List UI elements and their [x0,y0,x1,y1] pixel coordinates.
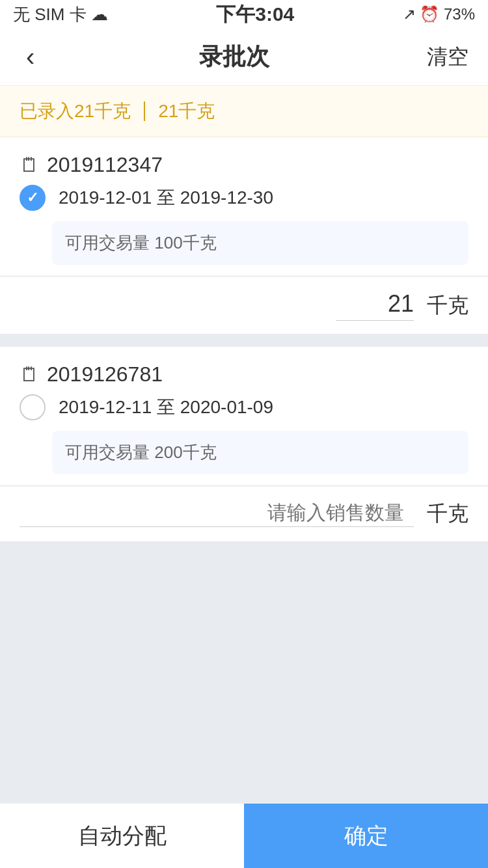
batch-id-1: 2019112347 [47,153,163,177]
batch-icon-1: 🗒 [20,154,39,176]
bottom-bar: 自动分配 确定 [0,803,488,868]
batch-date-row-2[interactable]: 2019-12-11 至 2020-01-09 [0,394,488,431]
confirm-button[interactable]: 确定 [244,804,488,868]
batch-card-1: 🗒 2019112347 2019-12-01 至 2019-12-30 可用交… [0,137,488,275]
auto-distribute-button[interactable]: 自动分配 [0,804,244,868]
quantity-row-1: 21 千克 [0,277,488,334]
batch-icon-2: 🗒 [20,364,39,386]
status-icons: ↗ ⏰ 73% [403,5,475,23]
info-banner: 已录入21千克 21千克 [0,86,488,137]
input-unit-2: 千克 [427,500,468,528]
status-bar: 无 SIM 卡 ☁ 下午3:04 ↗ ⏰ 73% [0,0,488,29]
status-right: ↗ ⏰ 73% [403,5,475,23]
quantity-input-2[interactable] [20,502,414,524]
batch-header-1: 🗒 2019112347 [0,137,488,185]
status-time: 下午3:04 [216,1,294,28]
back-button[interactable]: ‹ [20,36,41,78]
batch-availability-1: 可用交易量 100千克 [52,221,468,265]
radio-button-1[interactable] [20,185,46,211]
batch-date-row-1[interactable]: 2019-12-01 至 2019-12-30 [0,185,488,221]
total-text: 21千克 [158,99,215,124]
batch-header-2: 🗒 2019126781 [0,347,488,394]
page-title: 录批次 [199,41,269,73]
gray-area [0,541,488,803]
batch-card-2: 🗒 2019126781 2019-12-11 至 2020-01-09 可用交… [0,347,488,485]
recorded-text: 已录入21千克 [20,99,131,124]
nav-bar: ‹ 录批次 清空 [0,29,488,86]
batch-availability-2: 可用交易量 200千克 [52,431,468,474]
quantity-value-1: 21 [388,290,414,317]
status-left: 无 SIM 卡 ☁ [13,3,108,26]
section-separator [0,334,488,347]
clear-button[interactable]: 清空 [427,43,468,72]
batch-date-2: 2019-12-11 至 2020-01-09 [59,395,273,420]
quantity-unit-1: 千克 [427,292,468,320]
info-divider [144,102,145,121]
input-row-2: 千克 [0,486,488,541]
batch-date-1: 2019-12-01 至 2019-12-30 [59,185,273,210]
batch-id-2: 2019126781 [47,362,163,387]
quantity-underline-1: 21 [336,290,414,321]
sim-text: 无 SIM 卡 ☁ [13,3,108,26]
radio-button-2[interactable] [20,394,46,420]
input-underline-2 [20,502,414,527]
